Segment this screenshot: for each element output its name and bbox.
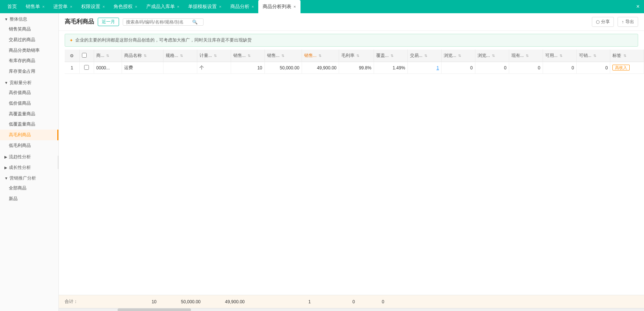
content-area: 高毛利商品 近一月 🔍 ⬡ 分享 ↑ 导出 ✦ 企业的主 [59,13,644,311]
sort-icon-14: ⇅ [560,54,562,58]
sidebar-item-low-margin[interactable]: 低毛利商品 [0,140,58,151]
sort-icon-15: ⇅ [593,54,596,58]
col-transaction[interactable]: 交易... ⇅ [407,50,441,62]
close-all-tabs[interactable]: × [636,3,640,10]
sidebar-item-bestseller[interactable]: 销售笑商品 [0,24,58,35]
sidebar-item-new-products[interactable]: 新品 [0,194,58,204]
row-transaction: 1 [407,62,441,74]
nav-item-permission[interactable]: 权限设置 × [77,0,109,13]
close-production-tab[interactable]: × [177,4,179,9]
arrow-icon-4: ▶ [4,166,7,170]
transaction-link[interactable]: 1 [436,65,439,70]
sort-icon-13: ⇅ [526,54,529,58]
col-available[interactable]: 可用... ⇅ [543,50,576,62]
arrow-icon-5: ▼ [4,176,8,180]
sort-icon-11: ⇅ [458,54,461,58]
close-role-tab[interactable]: × [135,4,137,9]
col-sale-qty[interactable]: 销售... ⇅ [231,50,265,62]
col-code[interactable]: 商... ⇅ [94,50,122,62]
col-current[interactable]: 现有... ⇅ [509,50,543,62]
col-unit[interactable]: 计量... ⇅ [197,50,231,62]
export-icon: ↑ [622,19,624,25]
nav-item-home[interactable]: 首页 [3,0,21,13]
sidebar-group-contribution[interactable]: ▼ 贡献量分析 [0,77,58,87]
row-browse2: 0 [475,62,509,74]
close-sales-tab[interactable]: × [42,4,44,9]
sidebar-item-high-coverage[interactable]: 高覆盖量商品 [0,109,58,119]
sort-icon-8: ⇅ [356,54,359,58]
close-product-analysis-tab[interactable]: × [252,4,254,9]
col-sale-amount[interactable]: 销售... ⇅ [265,50,302,62]
total-transaction: 1 [247,299,313,304]
col-tag[interactable]: 标签 ⇅ [610,50,644,62]
row-unit: 个 [197,62,231,74]
arrow-icon-3: ▶ [4,155,7,159]
col-settings[interactable]: ⚙ [65,50,79,62]
sidebar-item-category-rate[interactable]: 商品分类助销率 [0,45,58,56]
nav-item-product-analysis[interactable]: 商品分析 × [226,0,258,13]
export-button[interactable]: ↑ 导出 [618,17,638,27]
col-coverage[interactable]: 覆盖... ⇅ [374,50,407,62]
sidebar-item-traded[interactable]: 交易过的商品 [0,35,58,45]
col-spec[interactable]: 规格... ⇅ [163,50,197,62]
horizontal-scrollbar-thumb[interactable] [118,308,191,311]
products-table: ⚙ 商... ⇅ 商品名称 ⇅ [65,50,644,74]
sidebar-item-high-value[interactable]: 高价值商品 [0,87,58,98]
row-sale-profit: 49,900.00 [302,62,339,74]
col-gross-margin[interactable]: 毛利率 ⇅ [339,50,374,62]
settings-icon[interactable]: ⚙ [70,53,74,58]
nav-item-sales[interactable]: 销售单 × [21,0,49,13]
col-sale-profit[interactable]: 销售... ⇅ [302,50,339,62]
sort-icon-4: ⇅ [214,54,217,58]
sidebar-group-trend[interactable]: ▶ 流趋性分析 [0,151,58,162]
sidebar-item-high-margin[interactable]: 高毛利商品 [0,130,58,140]
nav-item-role[interactable]: 角色授权 × [109,0,141,13]
total-sale-qty: 10 [93,299,159,304]
nav-item-purchase[interactable]: 进货单 × [49,0,76,13]
nav-item-production[interactable]: 产成品入库单 × [142,0,184,13]
sort-icon-10: ⇅ [424,54,427,58]
col-name[interactable]: 商品名称 ⇅ [122,50,163,62]
sidebar-item-all-products[interactable]: 全部商品 [0,183,58,194]
table-wrapper: ⚙ 商... ⇅ 商品名称 ⇅ [59,50,644,295]
sidebar-item-in-stock[interactable]: 有库存的商品 [0,55,58,66]
search-input[interactable] [126,19,192,25]
row-sale-amount: 50,000.00 [265,62,302,74]
close-template-tab[interactable]: × [219,4,221,9]
total-label: 合计： [65,299,78,305]
row-coverage: 1.49% [374,62,407,74]
row-current: 0 [509,62,543,74]
sort-icon-7: ⇅ [319,54,321,58]
total-sale-amount: 50,000.00 [159,299,203,304]
col-checkbox[interactable] [79,50,94,62]
nav-item-template[interactable]: 单据模板设置 × [184,0,226,13]
row-checkbox[interactable] [84,65,89,70]
sidebar-group-marketing[interactable]: ▼ 营销推广分析 [0,172,58,183]
close-analysis-list-tab[interactable]: × [294,4,296,9]
row-name: 运费 [122,62,163,74]
sidebar-item-low-coverage[interactable]: 低覆盖量商品 [0,119,58,130]
col-sellable[interactable]: 可销... ⇅ [576,50,610,62]
share-button[interactable]: ⬡ 分享 [592,17,614,27]
sidebar-item-stock-capital[interactable]: 库存资金占用 [0,66,58,77]
info-bar: ✦ 企业的主要的利润都是这部分商品创造的，可考虑加大推广，同时关注库存是不要出现… [65,34,638,47]
select-all-checkbox[interactable] [82,53,87,58]
search-icon[interactable]: 🔍 [192,19,198,25]
time-filter-button[interactable]: 近一月 [98,18,119,26]
close-permission-tab[interactable]: × [102,4,105,9]
total-sale-profit: 49,900.00 [203,299,247,304]
sidebar-group-overall[interactable]: ▼ 整体信息 [0,13,58,24]
close-purchase-tab[interactable]: × [70,4,72,9]
sidebar-group-growth[interactable]: ▶ 成长性分析 [0,162,58,172]
col-browse1[interactable]: 浏览... ⇅ [441,50,475,62]
row-sale-qty: 10 [231,62,265,74]
sidebar-collapse-button[interactable]: « [58,156,59,169]
share-icon: ⬡ [596,19,600,25]
sort-icon-3: ⇅ [180,54,183,58]
total-current: 0 [313,299,357,304]
sidebar-item-low-value[interactable]: 低价值商品 [0,98,58,109]
col-browse2[interactable]: 浏览... ⇅ [475,50,509,62]
sort-icon: ⇅ [106,54,109,58]
row-checkbox-cell[interactable] [79,62,94,74]
nav-item-analysis-list[interactable]: 商品分析列表 × [258,0,300,13]
